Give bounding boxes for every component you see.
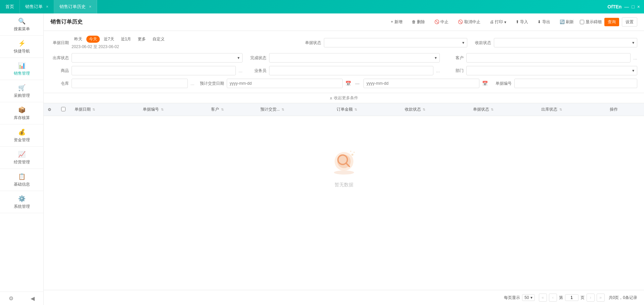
tab-sales-order-history[interactable]: 销售订单历史 ×: [54, 0, 97, 13]
delivery-date-end-cal[interactable]: 📅: [482, 81, 488, 86]
sidebar-item-sales-mgmt[interactable]: 📊 销售管理: [0, 58, 43, 80]
display-col-toggle[interactable]: 显示碍细: [580, 19, 602, 25]
tab-home[interactable]: 首页: [0, 0, 20, 13]
sidebar-item-search-menu[interactable]: 🔍 搜索菜单: [0, 13, 43, 36]
warehouse-input[interactable]: [72, 79, 188, 88]
delete-btn[interactable]: 🗑 删除: [409, 18, 428, 26]
th-outbound-status-label: 出库状态: [541, 107, 557, 112]
salesperson-text-input[interactable]: [272, 68, 430, 73]
outbound-status-select[interactable]: [72, 53, 243, 63]
select-all-checkbox[interactable]: [61, 107, 66, 111]
sidebar-collapse-btn[interactable]: ◀: [31, 295, 35, 302]
print-label: 🖨 打印: [490, 19, 503, 25]
th-order-status[interactable]: 单据状态 ⇅: [469, 103, 537, 116]
goods-input[interactable]: [72, 66, 236, 75]
salesperson-dots[interactable]: ...: [436, 68, 440, 73]
order-status-chevron: [462, 40, 464, 45]
next-page-btn[interactable]: ›: [587, 294, 595, 302]
svg-point-6: [353, 152, 355, 153]
content-area: 销售订单历史 + 新增 🗑 删除 🚫 中止 🚫 取消中止 🖨 打印 ▾ ⬆ 导入…: [44, 13, 644, 305]
brand-label: OfTEn: [607, 4, 621, 9]
th-outbound-status[interactable]: 出库状态 ⇅: [537, 103, 605, 116]
sidebar-item-system-mgmt[interactable]: ⚙️ 系统管理: [0, 191, 43, 213]
page-size-box[interactable]: 50 ▾: [522, 294, 534, 301]
salesperson-group: 业务员 ...: [248, 66, 440, 75]
salesperson-input[interactable]: [269, 66, 433, 75]
payment-status-chevron: [632, 40, 634, 45]
warehouse-dots[interactable]: ...: [190, 81, 195, 86]
customer-text-input[interactable]: [469, 55, 628, 60]
cancel-stop-btn[interactable]: 🚫 取消中止: [455, 18, 483, 26]
settings-icon[interactable]: ⚙: [48, 107, 51, 112]
fund-mgmt-icon: 💰: [18, 128, 26, 136]
date-tab-7days[interactable]: 近7天: [101, 36, 117, 43]
th-payment-status[interactable]: 收款状态 ⇅: [401, 103, 469, 116]
delivery-date-start-input[interactable]: [227, 79, 343, 88]
sidebar-item-quick-nav-label: 快捷导航: [14, 48, 30, 54]
date-tab-today[interactable]: 今天: [86, 36, 100, 43]
th-date[interactable]: 单据日期 ⇅: [71, 103, 139, 116]
outbound-status-group: 出库状态: [50, 53, 243, 63]
top-bar-right: OfTEn — □ ×: [603, 0, 644, 13]
outbound-status-chevron: [238, 55, 240, 60]
collapse-row[interactable]: ∧ 收起更多条件: [44, 93, 644, 103]
new-btn[interactable]: + 新增: [387, 18, 405, 26]
date-tab-1month[interactable]: 近1月: [118, 36, 134, 43]
delivery-date-start-text[interactable]: [230, 81, 340, 86]
tab-sales-order[interactable]: 销售订单 ×: [20, 0, 54, 13]
date-tab-more[interactable]: 更多: [135, 36, 148, 43]
sidebar-item-purchase-mgmt[interactable]: 🛒 采购管理: [0, 80, 43, 102]
th-customer[interactable]: 客户 ⇅: [207, 103, 256, 116]
th-checkbox[interactable]: [57, 103, 71, 116]
collapse-label: 收起更多条件: [334, 95, 358, 101]
sidebar-item-basic-info[interactable]: 📋 基础信息: [0, 169, 43, 191]
date-tab-yesterday[interactable]: 昨天: [72, 36, 85, 43]
date-separator: —: [355, 81, 359, 86]
page-number-input[interactable]: [565, 294, 578, 301]
minimize-btn[interactable]: —: [624, 4, 629, 9]
first-page-btn[interactable]: «: [539, 294, 547, 302]
display-col-checkbox[interactable]: [580, 20, 584, 24]
sidebar-settings-btn[interactable]: ⚙: [9, 295, 13, 302]
th-delivery[interactable]: 预计交货... ⇅: [256, 103, 333, 116]
maximize-btn[interactable]: □: [632, 4, 634, 9]
stop-btn[interactable]: 🚫 中止: [431, 18, 452, 26]
export-btn[interactable]: ⬇ 导出: [534, 18, 553, 26]
customer-dots[interactable]: ...: [633, 55, 637, 61]
delivery-date-start-cal[interactable]: 📅: [345, 81, 351, 86]
query-btn[interactable]: 查询: [604, 18, 619, 26]
order-status-select[interactable]: [324, 38, 467, 47]
th-number[interactable]: 单据编号 ⇅: [139, 103, 207, 116]
delivery-date-end-input[interactable]: [363, 79, 479, 88]
sidebar-item-quick-nav[interactable]: ⚡ 快捷导航: [0, 36, 43, 58]
date-tab-custom[interactable]: 自定义: [150, 36, 167, 43]
settings-btn[interactable]: 设置: [622, 17, 637, 27]
sidebar-item-fund-mgmt[interactable]: 💰 资金管理: [0, 124, 43, 147]
department-select[interactable]: [466, 66, 637, 75]
first-page-icon: «: [542, 295, 544, 300]
prev-page-btn[interactable]: ‹: [549, 294, 557, 302]
sidebar-item-business-mgmt[interactable]: 📈 经营管理: [0, 147, 43, 169]
goods-text-input[interactable]: [75, 68, 233, 73]
order-number-input[interactable]: [514, 79, 637, 88]
th-settings[interactable]: ⚙: [44, 103, 57, 116]
collapse-btn[interactable]: ∧ 收起更多条件: [330, 95, 358, 101]
last-page-btn[interactable]: »: [597, 294, 605, 302]
complete-status-select[interactable]: [269, 53, 440, 63]
order-number-text-input[interactable]: [517, 81, 634, 86]
goods-dots[interactable]: ...: [239, 68, 243, 73]
th-amount[interactable]: 订单金额 ⇅: [333, 103, 401, 116]
close-btn[interactable]: ×: [637, 4, 640, 9]
customer-input[interactable]: [466, 53, 631, 63]
filter-row-2: 出库状态 完成状态 客户: [50, 53, 637, 63]
delivery-date-end-text[interactable]: [367, 81, 476, 86]
sidebar-item-inventory-check-label: 库存核算: [14, 115, 30, 121]
tab-sales-order-history-close[interactable]: ×: [89, 4, 91, 9]
payment-status-select[interactable]: [494, 38, 637, 47]
refresh-btn[interactable]: 🔄 刷新: [556, 18, 577, 26]
warehouse-text-input[interactable]: [75, 81, 185, 86]
tab-sales-order-close[interactable]: ×: [46, 4, 48, 9]
sidebar-item-inventory-check[interactable]: 📦 库存核算: [0, 102, 43, 124]
import-btn[interactable]: ⬆ 导入: [512, 18, 531, 26]
print-btn[interactable]: 🖨 打印 ▾: [486, 18, 510, 26]
